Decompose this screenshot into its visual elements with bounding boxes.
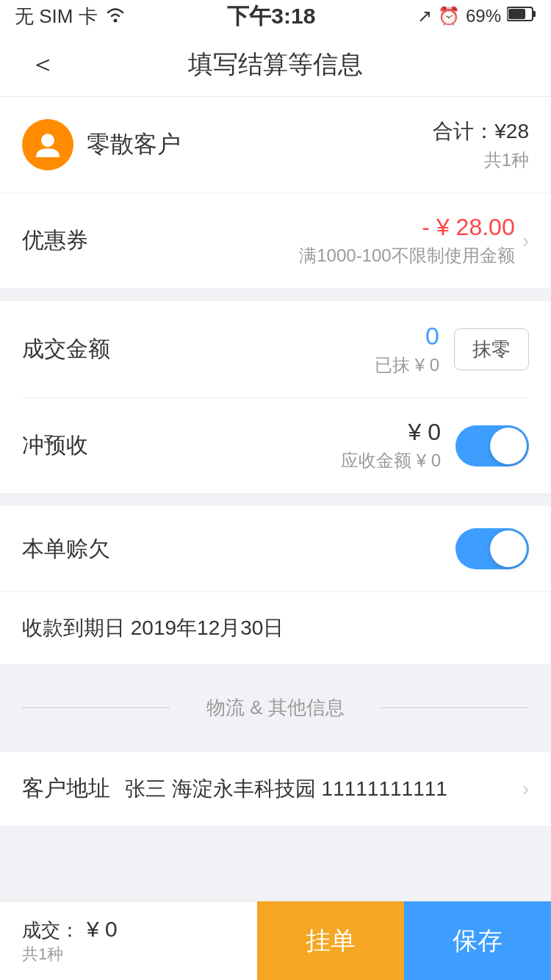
wifi-icon [105, 5, 126, 28]
status-bar: 无 SIM 卡 下午3:18 ↗ ⏰ 69% [0, 0, 551, 32]
footer-info: 成交： ¥ 0 共1种 [0, 901, 257, 980]
customer-section: 零散客户 合计：¥28 共1种 优惠券 - ¥ 28.00 满1000-100不… [0, 97, 551, 288]
prepay-value: ¥ 0 [341, 419, 441, 446]
credit-toggle[interactable] [455, 528, 529, 569]
transaction-right: 0 已抹 ¥ 0 抹零 [375, 322, 529, 377]
footer-count: 共1种 [22, 943, 235, 965]
svg-rect-2 [533, 11, 536, 17]
coupon-desc: 满1000-100不限制使用金额 [299, 244, 514, 267]
hold-button[interactable]: 挂单 [257, 901, 404, 980]
transaction-value-group: 0 已抹 ¥ 0 [375, 322, 439, 377]
prepay-value-group: ¥ 0 应收金额 ¥ 0 [341, 419, 441, 472]
transaction-sub: 已抹 ¥ 0 [375, 353, 439, 377]
footer: 成交： ¥ 0 共1种 挂单 保存 [0, 901, 551, 980]
credit-section: 本单赊欠 收款到期日 2019年12月30日 [0, 506, 551, 664]
alarm-icon: ⏰ [438, 6, 460, 26]
status-left: 无 SIM 卡 [15, 4, 126, 29]
customer-row: 零散客户 合计：¥28 共1种 [0, 97, 551, 192]
customer-total: 合计：¥28 [433, 118, 529, 145]
transaction-label: 成交金额 [22, 334, 110, 364]
prepay-toggle-knob [490, 428, 527, 464]
footer-label: 成交： [22, 918, 79, 943]
amount-section: 成交金额 0 已抹 ¥ 0 抹零 冲预收 ¥ 0 应收金额 ¥ 0 [0, 301, 551, 493]
credit-label: 本单赊欠 [22, 534, 110, 564]
logistics-section: 物流 & 其他信息 [0, 677, 551, 738]
due-date-text: 收款到期日 2019年12月30日 [22, 616, 284, 639]
round-button[interactable]: 抹零 [454, 328, 529, 370]
address-section: 客户地址 张三 海淀永丰科技园 11111111111 › [0, 752, 551, 826]
due-date-row: 收款到期日 2019年12月30日 [0, 592, 551, 664]
address-row[interactable]: 客户地址 张三 海淀永丰科技园 11111111111 › [0, 752, 551, 826]
logistics-text: 物流 & 其他信息 [206, 695, 345, 721]
transaction-row: 成交金额 0 已抹 ¥ 0 抹零 [22, 301, 529, 398]
credit-toggle-knob [490, 530, 527, 567]
address-label: 客户地址 [22, 774, 110, 804]
coupon-row[interactable]: 优惠券 - ¥ 28.00 满1000-100不限制使用金额 › [0, 192, 551, 288]
credit-row: 本单赊欠 [0, 506, 551, 592]
customer-left: 零散客户 [22, 119, 181, 170]
coupon-content: - ¥ 28.00 满1000-100不限制使用金额 [299, 214, 514, 267]
prepay-toggle[interactable] [455, 425, 529, 466]
battery-text: 69% [466, 6, 501, 26]
address-value: 张三 海淀永丰科技园 11111111111 [125, 775, 522, 803]
logistics-line-left [22, 707, 170, 708]
prepay-right: ¥ 0 应收金额 ¥ 0 [341, 419, 529, 472]
coupon-label: 优惠券 [22, 226, 88, 256]
footer-amount: ¥ 0 [87, 917, 118, 942]
svg-rect-3 [508, 9, 525, 19]
coupon-right: - ¥ 28.00 满1000-100不限制使用金额 › [299, 214, 529, 267]
transaction-value[interactable]: 0 [375, 322, 439, 350]
status-time: 下午3:18 [227, 1, 315, 32]
customer-avatar [22, 119, 73, 170]
coupon-discount: - ¥ 28.00 [299, 214, 514, 241]
nav-title: 填写结算等信息 [188, 48, 363, 82]
save-button[interactable]: 保存 [404, 901, 551, 980]
no-sim-text: 无 SIM 卡 [15, 4, 98, 29]
svg-point-0 [113, 18, 117, 22]
prepay-sub: 应收金额 ¥ 0 [341, 449, 441, 472]
prepay-row: 冲预收 ¥ 0 应收金额 ¥ 0 [22, 398, 529, 493]
coupon-chevron-icon: › [522, 229, 529, 253]
battery-icon [507, 6, 536, 26]
logistics-line-right [381, 707, 529, 708]
customer-right: 合计：¥28 共1种 [433, 118, 529, 172]
nav-bar: ＜ 填写结算等信息 [0, 32, 551, 97]
customer-name: 零散客户 [87, 129, 181, 161]
address-chevron-icon: › [522, 777, 529, 801]
back-button[interactable]: ＜ [22, 39, 63, 90]
customer-count: 共1种 [433, 148, 529, 172]
location-icon: ↗ [417, 6, 432, 26]
status-right: ↗ ⏰ 69% [417, 6, 536, 26]
svg-point-4 [41, 134, 54, 147]
prepay-label: 冲预收 [22, 430, 88, 461]
